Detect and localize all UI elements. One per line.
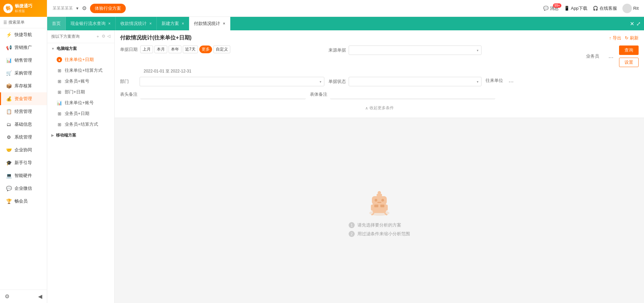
scheme-item-6[interactable]: ⊞ 业务员+结算方式 bbox=[47, 119, 114, 130]
date-btn-custom[interactable]: 自定义 bbox=[213, 46, 230, 53]
bodynote-field: 表体备注 bbox=[310, 90, 496, 99]
mobile-section-title[interactable]: ▶ 移动端方案 bbox=[47, 130, 114, 141]
tab-newplan-label: 新建方案 bbox=[162, 21, 179, 27]
collapse-bar[interactable]: ∧ 收起更多条件 bbox=[120, 102, 639, 114]
date-btn-thismonth[interactable]: 本月 bbox=[154, 46, 167, 53]
tab-receipt-close[interactable]: × bbox=[149, 21, 152, 26]
svg-rect-3 bbox=[380, 205, 384, 207]
sidebar: 畅 畅捷通巧 标准版 ☰ 搜索菜单 ⚡ 快捷导航 📢 营销推广 📊 销售管理 🛒… bbox=[0, 0, 47, 303]
svg-rect-4 bbox=[372, 196, 387, 205]
sidebar-item-marketing[interactable]: 📢 营销推广 bbox=[0, 41, 47, 54]
sidebar-item-basic[interactable]: 🗂 基础信息 bbox=[0, 118, 47, 131]
user-avatar-item[interactable]: Rit bbox=[622, 4, 639, 13]
search-menu-btn[interactable]: ☰ 搜索菜单 bbox=[3, 20, 43, 25]
export-icon: ↑ bbox=[609, 35, 612, 40]
topbar-right: 💬 消息 99+ 📱 App下载 🎧 在线客服 Rit bbox=[543, 4, 639, 13]
sidebar-item-operation[interactable]: 📋 经营管理 bbox=[0, 105, 47, 118]
scheme-item-5-icon: ⊞ bbox=[57, 111, 62, 116]
headset-icon: 🎧 bbox=[593, 6, 598, 11]
right-panel: 付款情况统计(往来单位+日期) ↑ 导出 ↻ 刷新 bbox=[115, 30, 644, 303]
filter-area: 付款情况统计(往来单位+日期) ↑ 导出 ↻ 刷新 bbox=[115, 30, 644, 118]
svg-point-5 bbox=[375, 199, 377, 202]
query-btn[interactable]: 查询 bbox=[619, 46, 639, 55]
sidebar-search-area[interactable]: ☰ 搜索菜单 bbox=[0, 17, 47, 28]
sidebar-item-member[interactable]: 🏆 畅会员 bbox=[0, 195, 47, 208]
sidebar-settings-btn[interactable]: ⚙ bbox=[5, 293, 9, 300]
tab-newplan[interactable]: 新建方案 × bbox=[157, 17, 189, 30]
hardware-icon: 💻 bbox=[6, 173, 12, 179]
tab-home-label: 首页 bbox=[52, 21, 61, 27]
panel-add-icon[interactable]: ＋ bbox=[96, 34, 100, 39]
panel-settings-icon[interactable]: ⊙ bbox=[102, 34, 105, 39]
sidebar-collapse-btn[interactable]: ◀ bbox=[38, 293, 42, 300]
tab-bank[interactable]: 现金银行流水查询 × bbox=[66, 17, 116, 30]
sidebar-item-inventory[interactable]: 📦 库存核算 bbox=[0, 80, 47, 92]
counterpart-dots-btn[interactable]: … bbox=[506, 77, 517, 84]
sidebar-item-member-label: 畅会员 bbox=[14, 198, 28, 204]
dept-select[interactable]: ▾ bbox=[140, 77, 324, 86]
sidebar-item-sales[interactable]: 📊 销售管理 bbox=[0, 54, 47, 67]
hint-text-2: 用过滤条件来缩小分析范围 bbox=[357, 231, 410, 237]
export-btn[interactable]: ↑ 导出 bbox=[609, 35, 622, 41]
refresh-icon: ↻ bbox=[625, 35, 628, 40]
svg-point-6 bbox=[381, 199, 384, 202]
tablenote-input[interactable] bbox=[140, 90, 306, 99]
topbar-left: 某某某某某 ▾ ⚙ 体验行业方案 bbox=[53, 4, 126, 13]
desktop-section-title[interactable]: ▼ 电脑端方案 bbox=[47, 43, 114, 54]
date-btn-7days[interactable]: 近7天 bbox=[183, 46, 198, 53]
sidebar-item-wechat-label: 企业微信 bbox=[14, 185, 32, 191]
sidebar-item-enterprise[interactable]: 🤝 企业协同 bbox=[0, 144, 47, 156]
refresh-btn[interactable]: ↻ 刷新 bbox=[625, 35, 639, 41]
guide-icon: 🎓 bbox=[6, 160, 12, 166]
mobile-section-label: 移动端方案 bbox=[56, 132, 76, 138]
tab-payment-close[interactable]: × bbox=[223, 21, 225, 26]
topbar-settings-btn[interactable]: ⚙ bbox=[82, 5, 87, 11]
logo-icon: 畅 bbox=[3, 4, 13, 13]
sidebar-item-capital[interactable]: 💰 资金管理 bbox=[0, 92, 47, 105]
tabbar-close-all-btn[interactable]: ✕ bbox=[630, 21, 634, 27]
tabbar-controls: ✕ ⤢ bbox=[630, 17, 644, 30]
sidebar-item-quicknav[interactable]: ⚡ 快捷导航 bbox=[0, 28, 47, 41]
sidebar-item-guide[interactable]: 🎓 新手引导 bbox=[0, 156, 47, 169]
date-btn-lastmonth[interactable]: 上月 bbox=[140, 46, 153, 53]
sidebar-item-operation-label: 经营管理 bbox=[14, 109, 32, 115]
desktop-section-label: 电脑端方案 bbox=[57, 46, 77, 52]
sidebar-item-hardware[interactable]: 💻 智能硬件 bbox=[0, 169, 47, 182]
tab-home[interactable]: 首页 bbox=[47, 17, 66, 30]
salesman-dots-btn[interactable]: … bbox=[606, 53, 616, 60]
date-btn-more[interactable]: 更多 bbox=[199, 46, 212, 53]
scheme-item-2[interactable]: ⊞ 业务员+账号 bbox=[47, 76, 114, 87]
scheme-item-1[interactable]: ⊞ 往来单位+结算方式 bbox=[47, 65, 114, 76]
sidebar-item-system[interactable]: ⚙ 系统管理 bbox=[0, 131, 47, 144]
notification-item[interactable]: 💬 消息 99+ bbox=[543, 5, 559, 11]
app-download-item[interactable]: 📱 App下载 bbox=[564, 5, 587, 11]
scheme-item-5[interactable]: ⊞ 业务员+日期 bbox=[47, 108, 114, 119]
date-btn-thisyear[interactable]: 本年 bbox=[169, 46, 181, 53]
tabbar-expand-btn[interactable]: ⤢ bbox=[636, 21, 641, 27]
topbar-address: 某某某某某 bbox=[53, 5, 73, 11]
panel-collapse-icon[interactable]: ◁ bbox=[107, 34, 110, 39]
sidebar-item-wechat[interactable]: 💬 企业微信 bbox=[0, 182, 47, 195]
bodynote-input[interactable] bbox=[330, 90, 496, 99]
scheme-item-4[interactable]: 📊 往来单位+账号 bbox=[47, 97, 114, 108]
online-service-item[interactable]: 🎧 在线客服 bbox=[593, 5, 617, 11]
panel-header-icons: ＋ ⊙ ◁ bbox=[96, 34, 110, 39]
tab-bank-close[interactable]: × bbox=[108, 21, 111, 26]
docstatus-select[interactable]: ▾ bbox=[349, 77, 481, 86]
tab-newplan-close[interactable]: × bbox=[182, 21, 184, 26]
trial-industry-btn[interactable]: 体验行业方案 bbox=[90, 4, 126, 13]
source-select[interactable]: ▾ bbox=[349, 46, 481, 55]
settings-btn[interactable]: 设置 bbox=[619, 58, 639, 67]
tab-receipt[interactable]: 收款情况统计 × bbox=[116, 17, 157, 30]
empty-illustration bbox=[362, 184, 396, 218]
scheme-item-0[interactable]: ● 往来单位+日期 bbox=[47, 54, 114, 65]
source-label: 来源单据 bbox=[328, 47, 346, 53]
desktop-section-arrow: ▼ bbox=[51, 47, 55, 51]
sidebar-item-purchase[interactable]: 🛒 采购管理 bbox=[0, 67, 47, 80]
svg-point-9 bbox=[378, 191, 381, 194]
scheme-item-6-label: 业务员+结算方式 bbox=[65, 121, 98, 127]
tab-payment[interactable]: 付款情况统计 × bbox=[189, 17, 230, 30]
sidebar-item-purchase-label: 采购管理 bbox=[14, 70, 32, 76]
scheme-item-3[interactable]: ⊞ 部门+日期 bbox=[47, 87, 114, 97]
address-dropdown-btn[interactable]: ▾ bbox=[76, 6, 79, 11]
